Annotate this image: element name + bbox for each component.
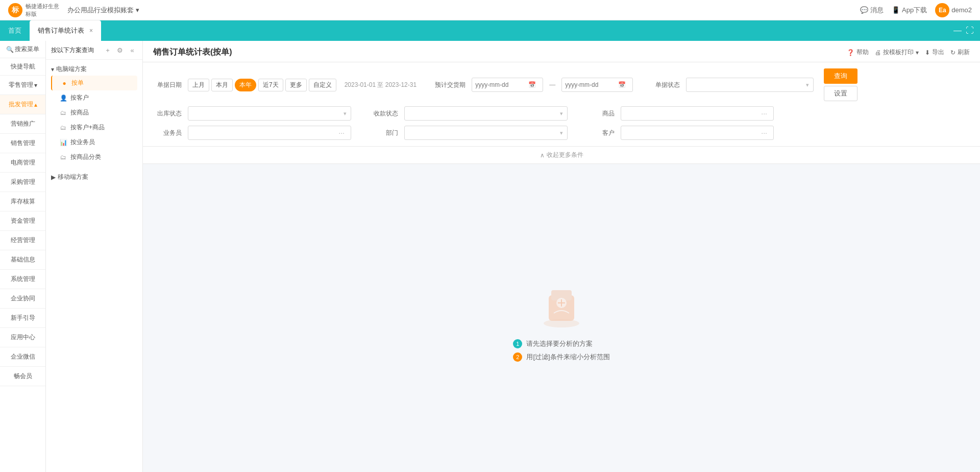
- receipt-status-select[interactable]: ▾: [404, 106, 568, 121]
- download-icon: 📱: [892, 6, 900, 14]
- tab-sales-stats[interactable]: 销售订单统计表 ×: [30, 20, 101, 41]
- help-button[interactable]: ❓ 帮助: [847, 48, 869, 57]
- sidebar-item-purchase[interactable]: 采购管理: [0, 173, 45, 192]
- sidebar-item-sales[interactable]: 销售管理: [0, 134, 45, 153]
- mobile-section-arrow-icon: ▶: [51, 174, 56, 181]
- collapse-button[interactable]: ∧ 收起更多条件: [540, 151, 583, 159]
- date-from-field[interactable]: 📅: [472, 78, 543, 92]
- workspace-selector[interactable]: 办公用品行业模拟账套 ▾: [63, 4, 143, 17]
- by-category-icon: 🗂: [59, 153, 67, 161]
- by-order-icon: ●: [60, 79, 68, 87]
- date-to-input[interactable]: [565, 81, 616, 88]
- scheme-settings-button[interactable]: ⚙: [115, 45, 125, 55]
- goods-input[interactable]: [625, 110, 759, 117]
- customer-field[interactable]: ···: [621, 126, 774, 140]
- date-to-calendar-icon[interactable]: 📅: [618, 81, 626, 88]
- hint-text-1: 请先选择要分析的方案: [526, 339, 593, 348]
- tab-minimize-icon[interactable]: —: [953, 26, 962, 35]
- scheme-item-by-customer[interactable]: 👤 按客户: [51, 90, 137, 105]
- scheme-item-by-customer-goods[interactable]: 🗂 按客户+商品: [51, 120, 137, 135]
- sidebar-item-wholesale[interactable]: 批发管理 ▴: [0, 95, 45, 114]
- ship-status-select[interactable]: ▾: [188, 106, 351, 121]
- date-btn-this-year[interactable]: 本年: [235, 79, 256, 91]
- sidebar-item-inventory[interactable]: 库存核算: [0, 192, 45, 211]
- scheme-item-by-order[interactable]: ● 按单: [51, 76, 137, 90]
- query-set-buttons: 查询 设置: [824, 68, 857, 101]
- export-button[interactable]: ⬇ 导出: [925, 48, 944, 57]
- bill-status-select[interactable]: ▾: [686, 78, 814, 92]
- scheme-panel-title: 按以下方案查询: [51, 46, 101, 55]
- scheme-desktop-section-title[interactable]: ▾ 电脑端方案: [51, 63, 137, 76]
- customer-input[interactable]: [625, 129, 759, 136]
- sidebar-quick-nav[interactable]: 快捷导航: [0, 58, 45, 76]
- by-salesperson-icon: 📊: [59, 138, 67, 147]
- customer-more-icon[interactable]: ···: [759, 129, 769, 137]
- settings-icon: ⚙: [117, 46, 123, 54]
- salesperson-field[interactable]: ···: [188, 126, 351, 140]
- empty-state: 1 请先选择要分析的方案 2 用[过滤]条件来缩小分析范围: [143, 164, 980, 472]
- tab-maximize-icon[interactable]: ⛶: [966, 26, 974, 35]
- empty-illustration: [533, 275, 590, 331]
- scheme-mobile-section-title[interactable]: ▶ 移动端方案: [51, 171, 137, 183]
- app-download-button[interactable]: 📱 App下载: [892, 6, 927, 15]
- wholesale-arrow-icon: ▴: [34, 101, 37, 108]
- collapse-label: 收起更多条件: [547, 151, 583, 159]
- date-to-field[interactable]: 📅: [561, 78, 633, 92]
- sidebar-item-guide[interactable]: 新手引导: [0, 309, 45, 328]
- salesperson-input[interactable]: [192, 129, 336, 136]
- workspace-arrow-icon: ▾: [136, 6, 139, 14]
- refresh-button[interactable]: ↻ 刷新: [950, 48, 970, 57]
- app-download-label: App下载: [902, 6, 927, 15]
- date-from-input[interactable]: [475, 81, 526, 88]
- sidebar-item-operations[interactable]: 经营管理: [0, 231, 45, 250]
- ship-status-arrow-icon: ▾: [344, 110, 347, 117]
- collapse-arrow-icon: ∧: [540, 152, 545, 159]
- content-area: 按以下方案查询 + ⚙ « ▾ 电脑端方案: [46, 41, 980, 472]
- date-btn-last-month[interactable]: 上月: [188, 79, 209, 91]
- sidebar-item-wechat[interactable]: 企业微信: [0, 347, 45, 367]
- sidebar-item-system[interactable]: 系统管理: [0, 270, 45, 289]
- hint-text-2: 用[过滤]条件来缩小分析范围: [526, 352, 609, 362]
- message-button[interactable]: 💬 消息: [860, 6, 884, 15]
- sidebar-item-ecommerce[interactable]: 电商管理: [0, 153, 45, 173]
- scheme-item-by-salesperson[interactable]: 📊 按业务员: [51, 135, 137, 150]
- dept-select[interactable]: ▾: [404, 126, 568, 140]
- print-button[interactable]: 🖨 按模板打印 ▾: [875, 48, 919, 57]
- user-profile[interactable]: Ea demo2: [935, 3, 972, 17]
- sidebar-item-basic-info[interactable]: 基础信息: [0, 250, 45, 270]
- goods-more-icon[interactable]: ···: [759, 109, 769, 117]
- sidebar-item-retail[interactable]: 零售管理 ▾: [0, 76, 45, 95]
- sidebar-item-marketing[interactable]: 营销推广: [0, 114, 45, 134]
- date-from-calendar-icon[interactable]: 📅: [528, 81, 536, 88]
- goods-field[interactable]: ···: [621, 106, 774, 121]
- date-btn-more[interactable]: 更多: [285, 79, 307, 91]
- receipt-status-arrow-icon: ▾: [560, 110, 563, 117]
- sidebar-item-member[interactable]: 畅会员: [0, 367, 45, 386]
- scheme-item-by-category[interactable]: 🗂 按商品分类: [51, 150, 137, 164]
- query-button[interactable]: 查询: [824, 68, 857, 84]
- tab-home[interactable]: 首页: [0, 20, 30, 41]
- date-btn-last-7days[interactable]: 近7天: [258, 79, 283, 91]
- hint-num-2: 2: [513, 352, 522, 362]
- sidebar-item-app-center[interactable]: 应用中心: [0, 328, 45, 347]
- scheme-collapse-button[interactable]: «: [127, 45, 137, 55]
- set-button[interactable]: 设置: [824, 86, 857, 101]
- tab-close-icon[interactable]: ×: [89, 27, 93, 34]
- active-tab-label: 销售订单统计表: [38, 26, 84, 35]
- page-title: 销售订单统计表(按单): [153, 47, 232, 58]
- collapse-icon: «: [130, 46, 134, 54]
- sidebar-search[interactable]: 🔍 搜索菜单: [0, 41, 45, 58]
- collapse-bar[interactable]: ∧ 收起更多条件: [143, 147, 980, 164]
- sidebar-item-finance[interactable]: 资金管理: [0, 211, 45, 231]
- search-icon: 🔍: [6, 46, 14, 53]
- hint-num-1: 1: [513, 339, 522, 348]
- scheme-section-mobile: ▶ 移动端方案: [46, 168, 142, 186]
- filter-row-2: 出库状态 ▾ 收款状态 ▾ 商品 ···: [153, 106, 970, 121]
- filter-area: 单据日期 上月 本月 本年 近7天 更多 自定义 2023-01-01 至 20…: [143, 62, 980, 147]
- date-btn-custom[interactable]: 自定义: [309, 79, 336, 91]
- sidebar-item-enterprise[interactable]: 企业协同: [0, 289, 45, 309]
- scheme-item-by-goods[interactable]: 🗂 按商品: [51, 105, 137, 120]
- salesperson-more-icon[interactable]: ···: [336, 129, 347, 137]
- scheme-add-button[interactable]: +: [103, 45, 113, 55]
- date-btn-this-month[interactable]: 本月: [211, 79, 233, 91]
